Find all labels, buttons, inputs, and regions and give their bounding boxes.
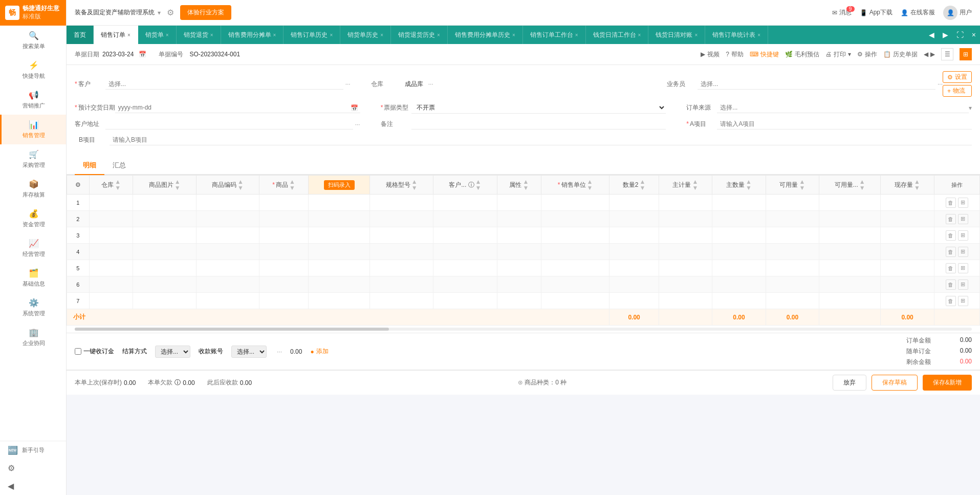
col-customer-code[interactable]: 客户... ⓘ▲▼: [433, 176, 497, 195]
cell-sales-unit[interactable]: [541, 260, 609, 276]
cell-spec[interactable]: [370, 211, 433, 227]
tab-sales-workbench[interactable]: 销售订单工作台 ×: [523, 26, 586, 44]
cell-product-code[interactable]: [196, 211, 259, 227]
close-icon[interactable]: ×: [127, 32, 130, 38]
cell-product[interactable]: [259, 293, 308, 309]
cell-customer-code[interactable]: [433, 227, 497, 244]
tab-close-icon[interactable]: ×: [968, 31, 980, 39]
grid-view-button[interactable]: ⊞: [960, 48, 972, 60]
cell-qty2[interactable]: [609, 227, 659, 244]
cell-main-qty[interactable]: [712, 195, 766, 211]
col-spec[interactable]: 规格型号▲▼: [370, 176, 433, 195]
tab-summary[interactable]: 汇总: [104, 157, 134, 175]
cell-warehouse[interactable]: [89, 276, 133, 293]
delete-icon[interactable]: 🗑: [946, 263, 956, 273]
cell-sales-unit[interactable]: [541, 211, 609, 227]
cell-qty2[interactable]: [609, 293, 659, 309]
customer-input[interactable]: [105, 79, 343, 90]
copy-icon[interactable]: ⊞: [958, 279, 968, 290]
cell-warehouse[interactable]: [89, 244, 133, 260]
save-draft-button[interactable]: 保存草稿: [872, 375, 918, 391]
cell-avail-qty2[interactable]: [819, 195, 881, 211]
gear-icon[interactable]: ⚙: [167, 8, 174, 17]
cell-attribute[interactable]: [497, 260, 541, 276]
cell-main-unit[interactable]: [659, 211, 712, 227]
cell-customer-code[interactable]: [433, 195, 497, 211]
col-avail-qty2[interactable]: 可用量...▲▼: [819, 176, 881, 195]
cell-qty2[interactable]: [609, 276, 659, 293]
cell-attribute[interactable]: [497, 195, 541, 211]
cell-avail-qty[interactable]: [766, 211, 819, 227]
cell-customer-code[interactable]: [433, 276, 497, 293]
profit-button[interactable]: 🌿 毛利预估: [785, 50, 819, 59]
close-icon[interactable]: ×: [210, 32, 213, 38]
customer-dots-icon[interactable]: ···: [345, 80, 351, 88]
scan-button[interactable]: 扫码录入: [324, 180, 355, 190]
online-service-button[interactable]: 👤 在线客服: [901, 8, 935, 17]
user-button[interactable]: 👤 用户: [943, 6, 972, 20]
tab-daily-workbench[interactable]: 钱货日清工作台 ×: [586, 26, 649, 44]
cell-sales-unit[interactable]: [541, 293, 609, 309]
warehouse-dots-icon[interactable]: ···: [428, 80, 433, 88]
tab-sales-stats[interactable]: 销售订单统计表 ×: [705, 26, 768, 44]
cell-stock[interactable]: [881, 211, 934, 227]
cell-customer-code[interactable]: [433, 211, 497, 227]
tab-sales-return[interactable]: 销货退货 ×: [177, 26, 221, 44]
cell-warehouse[interactable]: [89, 260, 133, 276]
sidebar-item-basic[interactable]: 🗂️ 基础信息: [0, 263, 66, 293]
cell-main-qty[interactable]: [712, 244, 766, 260]
cell-main-unit[interactable]: [659, 227, 712, 244]
sidebar-item-purchase[interactable]: 🛒 采购管理: [0, 144, 66, 174]
sidebar-item-inventory[interactable]: 📦 库存核算: [0, 174, 66, 204]
add-payment-button[interactable]: ● 添加: [310, 347, 328, 356]
industry-solution-button[interactable]: 体验行业方案: [180, 5, 231, 20]
delete-icon[interactable]: 🗑: [946, 279, 956, 290]
col-product-code[interactable]: 商品编码▲▼: [196, 176, 259, 195]
cell-attribute[interactable]: [497, 244, 541, 260]
cell-customer-code[interactable]: [433, 293, 497, 309]
cell-main-qty[interactable]: [712, 227, 766, 244]
cell-warehouse[interactable]: [89, 211, 133, 227]
one-click-payment-checkbox[interactable]: 一键收订金: [75, 347, 114, 356]
operate-button[interactable]: ⚙ 操作: [857, 50, 877, 59]
cell-product-code[interactable]: [196, 195, 259, 211]
cell-product[interactable]: [259, 195, 308, 211]
cell-sales-unit[interactable]: [541, 227, 609, 244]
close-icon[interactable]: ×: [273, 32, 276, 38]
cell-spec[interactable]: [370, 195, 433, 211]
cell-warehouse[interactable]: [89, 195, 133, 211]
checkbox-input[interactable]: [75, 348, 81, 355]
close-icon[interactable]: ×: [437, 32, 440, 38]
cell-qty2[interactable]: [609, 260, 659, 276]
close-icon[interactable]: ×: [166, 32, 169, 38]
tab-goods-history[interactable]: 销货单历史 ×: [340, 26, 391, 44]
sidebar-item-collapse[interactable]: ◀: [0, 477, 66, 495]
cell-warehouse[interactable]: [89, 293, 133, 309]
cell-stock[interactable]: [881, 244, 934, 260]
tab-sales-order-history[interactable]: 销售订单历史 ×: [284, 26, 340, 44]
cell-product[interactable]: [259, 260, 308, 276]
sidebar-item-operations[interactable]: 📈 经营管理: [0, 233, 66, 263]
cell-avail-qty[interactable]: [766, 227, 819, 244]
tab-next-icon[interactable]: ▶: [939, 31, 952, 39]
cell-spec[interactable]: [370, 244, 433, 260]
cell-stock[interactable]: [881, 276, 934, 293]
sidebar-item-marketing[interactable]: 📢 营销推广: [0, 85, 66, 115]
col-warehouse[interactable]: 仓库▲▼: [89, 176, 133, 195]
col-settings[interactable]: ⚙: [67, 176, 90, 195]
tab-sales-fee-split[interactable]: 销售费用分摊单 ×: [221, 26, 284, 44]
settings-button[interactable]: ⚙ 设置: [943, 71, 972, 83]
cell-spec[interactable]: [370, 260, 433, 276]
cell-avail-qty[interactable]: [766, 260, 819, 276]
cell-sales-unit[interactable]: [541, 244, 609, 260]
salesman-input[interactable]: [698, 79, 935, 90]
cell-main-unit[interactable]: [659, 244, 712, 260]
cell-main-unit[interactable]: [659, 276, 712, 293]
sidebar-item-system[interactable]: ⚙️ 系统管理: [0, 293, 66, 322]
cell-avail-qty[interactable]: [766, 276, 819, 293]
tab-return-history[interactable]: 销货退货历史 ×: [391, 26, 448, 44]
cell-avail-qty[interactable]: [766, 293, 819, 309]
cell-product-code[interactable]: [196, 227, 259, 244]
cell-product[interactable]: [259, 227, 308, 244]
view-button[interactable]: ▶ 视频: [701, 50, 720, 59]
